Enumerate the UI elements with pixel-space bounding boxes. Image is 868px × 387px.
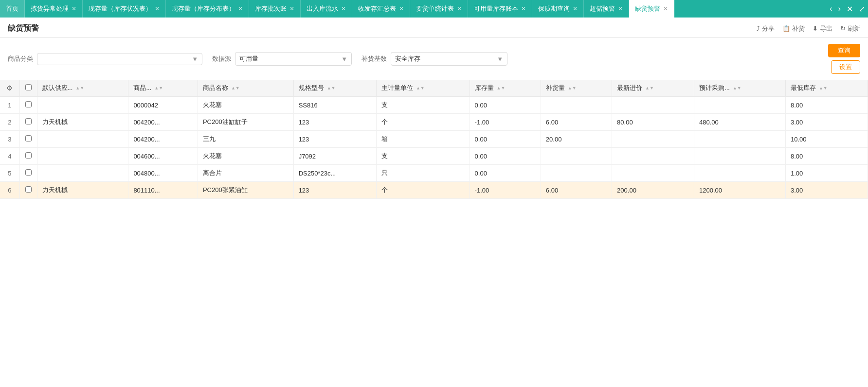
row-checkbox[interactable]	[25, 101, 32, 107]
close-tab-expiry[interactable]: ✕	[573, 5, 578, 12]
close-tab-recv[interactable]: ✕	[399, 5, 404, 12]
cell-stock: 0.00	[470, 165, 541, 182]
row-checkbox[interactable]	[25, 186, 32, 193]
replenish-base-select[interactable]: 安全库存 ▼	[391, 52, 507, 66]
page-title: 缺货预警	[8, 23, 39, 34]
cell-supplier	[37, 131, 128, 148]
select-all-checkbox[interactable]	[25, 84, 32, 90]
tab-next-button[interactable]: ›	[835, 0, 844, 18]
category-label: 商品分类	[8, 54, 33, 63]
close-tab-avail-ledger[interactable]: ✕	[521, 5, 526, 12]
close-tab-bad-inv[interactable]: ✕	[72, 5, 76, 12]
table-row: 5 004800... 离合片 DS250*23c... 只 0.00 1.00	[0, 165, 868, 182]
row-checkbox[interactable]	[25, 169, 32, 176]
sort-unit-icon: ▲▼	[416, 86, 425, 90]
cell-replenish	[541, 148, 612, 165]
datasource-select[interactable]: 可用量 ▼	[235, 52, 352, 66]
cell-goods-code: 004800...	[128, 165, 198, 182]
tab-home[interactable]: 首页	[0, 0, 25, 18]
tab-overstock[interactable]: 超储预警 ✕	[584, 0, 629, 18]
cell-goods-code: 0000042	[128, 97, 198, 114]
tab-order-stat[interactable]: 要货单统计表 ✕	[410, 0, 468, 18]
th-replenish[interactable]: 补货量 ▲▼	[541, 80, 612, 97]
cell-spec: DS250*23c...	[293, 165, 376, 182]
cell-spec: 123	[293, 114, 376, 131]
category-filter: 商品分类 ▼	[8, 53, 202, 65]
cell-spec: 123	[293, 182, 376, 199]
refresh-action[interactable]: ↻ 刷新	[840, 24, 860, 33]
cell-min-stock: 8.00	[785, 148, 868, 165]
tab-expiry[interactable]: 保质期查询 ✕	[532, 0, 584, 18]
row-checkbox-cell	[19, 165, 37, 182]
row-checkbox-cell	[19, 148, 37, 165]
cell-goods-code: 004600...	[128, 148, 198, 165]
tab-batch[interactable]: 库存批次账 ✕	[249, 0, 301, 18]
cell-stock: 0.00	[470, 131, 541, 148]
cell-unit: 箱	[376, 131, 470, 148]
row-checkbox[interactable]	[25, 152, 32, 158]
cell-supplier: 力天机械	[37, 182, 128, 199]
query-button[interactable]: 查询	[828, 44, 860, 57]
row-checkbox-cell	[19, 114, 37, 131]
share-icon: ⤴	[757, 25, 760, 32]
settings-gear-icon[interactable]: ⚙	[6, 84, 13, 92]
cell-replenish: 20.00	[541, 131, 612, 148]
th-goods-code[interactable]: 商品... ▲▼	[128, 80, 198, 97]
category-select[interactable]: ▼	[37, 53, 202, 65]
tab-avail-ledger[interactable]: 可用量库存账本 ✕	[468, 0, 532, 18]
close-tab-shortage[interactable]: ✕	[663, 5, 668, 12]
cell-goods-code: 801110...	[128, 182, 198, 199]
close-tab-batch[interactable]: ✕	[289, 5, 294, 12]
cell-unit: 个	[376, 182, 470, 199]
export-action[interactable]: ⬇ 导出	[813, 24, 832, 33]
th-spec[interactable]: 规格型号 ▲▼	[293, 80, 376, 97]
row-checkbox[interactable]	[25, 118, 32, 124]
table-row: 6 力天机械 801110... PC200张紧油缸 123 个 -1.00 6…	[0, 182, 868, 199]
cell-est-purchase	[694, 148, 786, 165]
cell-replenish	[541, 97, 612, 114]
category-arrow-icon: ▼	[192, 55, 198, 63]
tab-inv-status[interactable]: 现存量（库存状况表） ✕	[83, 0, 166, 18]
sort-spec-icon: ▲▼	[327, 86, 336, 90]
tab-inv-dist[interactable]: 现存量（库存分布表） ✕	[166, 0, 249, 18]
replenish-base-filter: 补货基数 安全库存 ▼	[362, 52, 507, 66]
th-supplier[interactable]: 默认供应... ▲▼	[37, 80, 128, 97]
table-container: ⚙ 默认供应... ▲▼ 商品... ▲▼	[0, 80, 868, 387]
close-tab-inv-dist[interactable]: ✕	[238, 5, 243, 12]
th-goods-name[interactable]: 商品名称 ▲▼	[198, 80, 293, 97]
tab-recv[interactable]: 收发存汇总表 ✕	[352, 0, 410, 18]
cell-stock: 0.00	[470, 148, 541, 165]
filter-bar: 商品分类 ▼ 数据源 可用量 ▼ 补货基数 安全库存 ▼ 查询 设置	[0, 38, 868, 80]
th-latest-price[interactable]: 最新进价 ▲▼	[612, 80, 694, 97]
settings-button[interactable]: 设置	[831, 60, 860, 74]
replenish-action[interactable]: 📋 补货	[782, 24, 805, 33]
close-tab-overstock[interactable]: ✕	[618, 5, 623, 12]
tab-prev-button[interactable]: ‹	[827, 0, 835, 18]
replenish-base-label: 补货基数	[362, 54, 387, 63]
th-min-stock[interactable]: 最低库存 ▲▼	[785, 80, 868, 97]
tab-close-all-button[interactable]: ✕	[844, 0, 856, 18]
th-est-purchase[interactable]: 预计采购... ▲▼	[694, 80, 786, 97]
cell-goods-name: 离合片	[198, 165, 293, 182]
th-unit[interactable]: 主计量单位 ▲▼	[376, 80, 470, 97]
close-tab-flow[interactable]: ✕	[341, 5, 346, 12]
cell-unit: 个	[376, 114, 470, 131]
page-header: 缺货预警 ⤴ 分享 📋 补货 ⬇ 导出 ↻ 刷新	[0, 18, 868, 38]
replenish-icon: 📋	[782, 25, 790, 32]
close-tab-inv-status[interactable]: ✕	[155, 5, 160, 12]
table-row: 1 0000042 火花塞 SS816 支 0.00 8.00	[0, 97, 868, 114]
row-num: 6	[0, 182, 19, 199]
share-action[interactable]: ⤴ 分享	[757, 24, 775, 33]
cell-goods-name: 火花塞	[198, 97, 293, 114]
replenish-base-arrow-icon: ▼	[497, 55, 503, 63]
tab-shortage[interactable]: 缺货预警 ✕	[629, 0, 674, 18]
tab-bad-inv[interactable]: 拣货异常处理 ✕	[25, 0, 83, 18]
row-checkbox[interactable]	[25, 135, 32, 141]
tab-fullscreen-button[interactable]: ⤢	[856, 0, 868, 18]
sort-min-icon: ▲▼	[819, 86, 828, 90]
close-tab-order-stat[interactable]: ✕	[457, 5, 462, 12]
th-stock[interactable]: 库存量 ▲▼	[470, 80, 541, 97]
cell-goods-name: 三九	[198, 131, 293, 148]
tab-flow[interactable]: 出入库流水 ✕	[301, 0, 352, 18]
cell-latest-price	[612, 148, 694, 165]
